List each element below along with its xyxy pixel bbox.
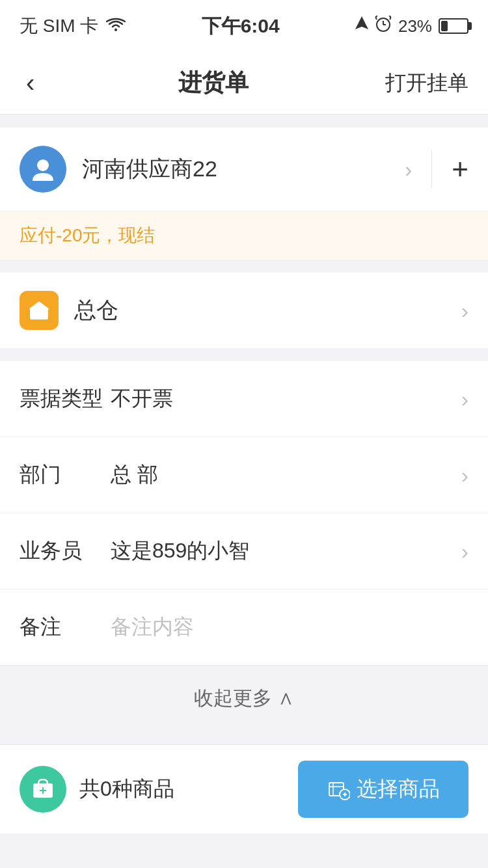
carrier-label: 无 SIM 卡 (20, 14, 98, 38)
salesman-chevron-icon: › (461, 539, 468, 564)
invoice-label: 票据类型 (20, 385, 111, 413)
department-value: 总 部 (111, 461, 461, 489)
remark-label: 备注 (20, 613, 111, 642)
divider-vertical (431, 150, 432, 189)
salesman-value: 这是859的小智 (111, 537, 461, 565)
invoice-chevron-icon: › (461, 387, 468, 412)
svg-point-0 (115, 29, 117, 31)
notice-bar: 应付-20元，现结 (0, 211, 488, 260)
add-supplier-button[interactable]: + (452, 153, 468, 185)
wifi-icon (106, 16, 126, 36)
collapse-row[interactable]: 收起更多 ∧ (0, 665, 488, 731)
battery-icon (439, 18, 468, 34)
supplier-name: 河南供应商22 (82, 154, 405, 184)
nav-bar: ‹ 进货单 打开挂单 (0, 52, 488, 115)
warehouse-section: 总仓 › (0, 273, 488, 348)
department-chevron-icon: › (461, 463, 468, 488)
product-count: 共0种商品 (79, 775, 298, 804)
battery-percent: 23% (398, 16, 432, 36)
section-gap-1 (0, 115, 488, 128)
remark-placeholder: 备注内容 (111, 613, 468, 642)
warehouse-row[interactable]: 总仓 › (0, 273, 488, 348)
open-pending-button[interactable]: 打开挂单 (385, 69, 468, 98)
warehouse-name: 总仓 (74, 295, 461, 325)
supplier-row[interactable]: 河南供应商22 › + (0, 128, 488, 211)
svg-point-4 (37, 159, 49, 171)
cart-icon-wrap (20, 766, 66, 813)
form-section: 票据类型 不开票 › 部门 总 部 › 业务员 这是859的小智 › 备注 备注… (0, 361, 488, 665)
bottom-bar: 共0种商品 选择商品 (0, 744, 488, 834)
section-gap-4 (0, 731, 488, 744)
warehouse-chevron-icon: › (461, 298, 468, 323)
svg-marker-6 (29, 301, 49, 309)
back-button[interactable]: ‹ (20, 62, 41, 104)
section-gap-3 (0, 348, 488, 361)
status-time: 下午6:04 (202, 13, 280, 40)
salesman-row[interactable]: 业务员 这是859的小智 › (0, 513, 488, 590)
supplier-section: 河南供应商22 › + 应付-20元，现结 (0, 128, 488, 260)
page-title: 进货单 (178, 67, 249, 99)
select-product-label: 选择商品 (357, 775, 440, 804)
select-product-button[interactable]: 选择商品 (298, 761, 468, 818)
notice-text: 应付-20元，现结 (20, 225, 155, 245)
supplier-avatar (20, 146, 66, 193)
main-content: 河南供应商22 › + 应付-20元，现结 总仓 › 票据 (0, 115, 488, 868)
svg-rect-7 (35, 313, 43, 319)
supplier-chevron-icon: › (405, 157, 412, 182)
invoice-row[interactable]: 票据类型 不开票 › (0, 361, 488, 437)
status-left: 无 SIM 卡 (20, 14, 126, 38)
status-right: 23% (355, 16, 468, 37)
department-label: 部门 (20, 461, 111, 489)
section-gap-2 (0, 260, 488, 273)
status-bar: 无 SIM 卡 下午6:04 23 (0, 0, 488, 52)
department-row[interactable]: 部门 总 部 › (0, 437, 488, 513)
collapse-label: 收起更多 ∧ (194, 687, 293, 709)
invoice-value: 不开票 (111, 385, 461, 413)
alarm-icon (375, 16, 392, 37)
warehouse-icon (20, 291, 59, 330)
salesman-label: 业务员 (20, 537, 111, 565)
remark-row[interactable]: 备注 备注内容 (0, 590, 488, 665)
location-icon (355, 16, 368, 36)
